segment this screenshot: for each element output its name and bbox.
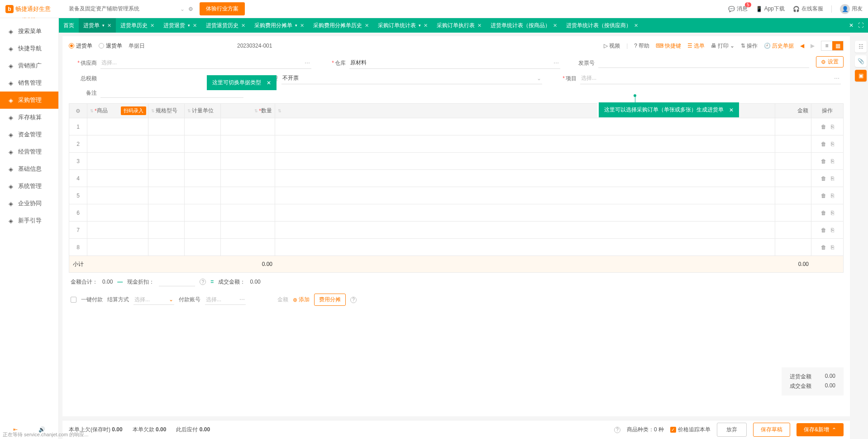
table-row[interactable]: 7🗑⎘: [69, 222, 843, 239]
note-icon[interactable]: ☷: [855, 41, 867, 53]
bill-type-select[interactable]: 不开票⌄: [281, 72, 542, 84]
industry-plan-button[interactable]: 体验行业方案: [200, 2, 245, 15]
radio-purchase-return[interactable]: 退货单: [99, 42, 122, 50]
tab-进货单统计表（按商品）[interactable]: 进货单统计表（按商品）✕: [486, 18, 562, 33]
sidebar-item-compass[interactable]: ◈快捷导航: [0, 40, 58, 57]
sidebar-item-cart[interactable]: ◈采购管理: [0, 92, 58, 109]
close-icon[interactable]: ✕: [150, 23, 154, 29]
more-icon[interactable]: ⋯: [834, 75, 840, 82]
sidebar-item-db[interactable]: ◈基础信息: [0, 160, 58, 178]
video-link[interactable]: ▷视频: [604, 42, 620, 50]
track-checkbox[interactable]: ✓: [670, 427, 676, 433]
sidebar-item-org[interactable]: ◈企业协同: [0, 195, 58, 212]
tab-进货单统计表（按供应商）[interactable]: 进货单统计表（按供应商）✕: [562, 18, 643, 33]
sidebar-item-tag[interactable]: ◈销售管理: [0, 74, 58, 92]
close-all-icon[interactable]: ✕: [849, 22, 854, 29]
warehouse-input[interactable]: 原材料⋯: [349, 57, 560, 69]
close-icon[interactable]: ✕: [300, 23, 304, 29]
settings-button[interactable]: ⚙设置: [816, 56, 844, 68]
table-row[interactable]: 1🗑⎘: [69, 118, 843, 135]
table-row[interactable]: 3🗑⎘: [69, 153, 843, 170]
close-icon[interactable]: ✕: [477, 23, 482, 29]
copy-icon[interactable]: ⎘: [831, 210, 834, 216]
cost-split-button[interactable]: 费用分摊: [314, 294, 346, 306]
pay-account-select[interactable]: 选择...⋯: [205, 295, 246, 305]
app-download-link[interactable]: 📱 App下载: [756, 5, 785, 13]
sidebar-item-gift[interactable]: ◈营销推广: [0, 57, 58, 74]
onekey-checkbox[interactable]: [71, 297, 76, 303]
help-icon[interactable]: ?: [350, 297, 357, 303]
delete-icon[interactable]: 🗑: [821, 158, 826, 164]
help-icon[interactable]: ?: [614, 427, 620, 433]
more-icon[interactable]: ⋯: [305, 60, 310, 66]
help-link[interactable]: ?帮助: [634, 42, 649, 50]
sidebar-item-search[interactable]: ◈搜索菜单: [0, 23, 58, 40]
table-row[interactable]: 2🗑⎘: [69, 135, 843, 153]
more-icon[interactable]: ⋯: [239, 296, 245, 303]
sidebar-item-house[interactable]: ◈库存核算: [0, 109, 58, 126]
fullscreen-icon[interactable]: ⛶: [858, 22, 863, 29]
tab-采购订单统计表[interactable]: 采购订单统计表▾✕: [373, 18, 432, 33]
close-icon[interactable]: ✕: [107, 23, 111, 29]
prev-icon[interactable]: ◀: [800, 43, 804, 49]
save-draft-button[interactable]: 保存草稿: [753, 423, 790, 437]
sort-icon[interactable]: ⇅: [151, 109, 155, 113]
sort-icon[interactable]: ⇅: [254, 109, 258, 113]
discount-input[interactable]: [159, 277, 195, 286]
delete-icon[interactable]: 🗑: [821, 193, 826, 199]
close-icon[interactable]: ✕: [241, 23, 245, 29]
tab-进货退货历史[interactable]: 进货退货历史✕: [201, 18, 250, 33]
help-icon[interactable]: ?: [200, 279, 206, 285]
shortcut-link[interactable]: ⌨快捷键: [656, 42, 681, 50]
copy-icon[interactable]: ⎘: [831, 244, 834, 251]
history-link[interactable]: 🕘历史单据: [764, 42, 794, 50]
table-row[interactable]: 5🗑⎘: [69, 187, 843, 204]
attach-icon[interactable]: 📎: [855, 55, 867, 67]
tab-采购订单执行表[interactable]: 采购订单执行表✕: [432, 18, 486, 33]
copy-icon[interactable]: ⎘: [831, 158, 834, 164]
close-icon[interactable]: ✕: [553, 23, 557, 29]
messages-link[interactable]: 💬 消息 5: [728, 5, 748, 13]
system-selector[interactable]: 装备及固定资产辅助管理系统 ⌄: [69, 5, 185, 13]
tab-进货单历史[interactable]: 进货单历史✕: [116, 18, 159, 33]
copy-icon[interactable]: ⎘: [831, 193, 834, 199]
tab-进货单[interactable]: 进货单▾✕: [79, 18, 116, 33]
delete-icon[interactable]: 🗑: [821, 244, 826, 251]
radio-purchase-in[interactable]: 进货单: [69, 42, 92, 50]
close-icon[interactable]: ✕: [424, 23, 428, 29]
sort-icon[interactable]: ⇅: [187, 109, 191, 113]
close-icon[interactable]: ✕: [365, 23, 369, 29]
list-view-icon[interactable]: ≡: [821, 41, 832, 50]
print-link[interactable]: 🖶打印⌄: [711, 42, 734, 50]
delete-icon[interactable]: 🗑: [821, 210, 826, 216]
gear-icon[interactable]: ⚙: [188, 6, 193, 12]
ops-link[interactable]: ⇅操作: [741, 42, 758, 50]
support-link[interactable]: 🎧 在线客服: [793, 5, 823, 13]
image-icon[interactable]: ▣: [855, 70, 867, 82]
tab-采购费用分摊单[interactable]: 采购费用分摊单▾✕: [250, 18, 309, 33]
delete-icon[interactable]: 🗑: [821, 175, 826, 182]
next-icon[interactable]: ▶: [811, 43, 815, 49]
close-icon[interactable]: ✕: [634, 23, 638, 29]
sidebar-item-gear[interactable]: ◈系统管理: [0, 178, 58, 195]
copy-icon[interactable]: ⎘: [831, 175, 834, 182]
user-menu[interactable]: 👤 用友: [840, 4, 863, 14]
tab-首页[interactable]: 首页: [59, 18, 79, 33]
table-row[interactable]: 4🗑⎘: [69, 170, 843, 187]
sort-icon[interactable]: ⇅: [90, 109, 94, 113]
discard-button[interactable]: 放弃: [717, 423, 747, 437]
delete-icon[interactable]: 🗑: [821, 227, 826, 233]
add-payment-button[interactable]: ⊕添加: [293, 296, 310, 304]
table-row[interactable]: 8🗑⎘: [69, 239, 843, 256]
sidebar-item-guide[interactable]: ◈新手引导: [0, 212, 58, 229]
sort-icon[interactable]: ⇅: [278, 109, 281, 113]
delete-icon[interactable]: 🗑: [821, 124, 826, 130]
close-icon[interactable]: ✕: [193, 23, 197, 29]
more-icon[interactable]: ⋯: [553, 60, 559, 66]
close-icon[interactable]: ✕: [729, 107, 734, 113]
close-icon[interactable]: ✕: [267, 80, 271, 86]
sidebar-item-money[interactable]: ◈资金管理: [0, 126, 58, 143]
project-input[interactable]: 选择...⋯: [580, 72, 841, 84]
gear-icon[interactable]: ⚙: [76, 108, 81, 114]
tab-进货退货[interactable]: 进货退货▾✕: [159, 18, 201, 33]
